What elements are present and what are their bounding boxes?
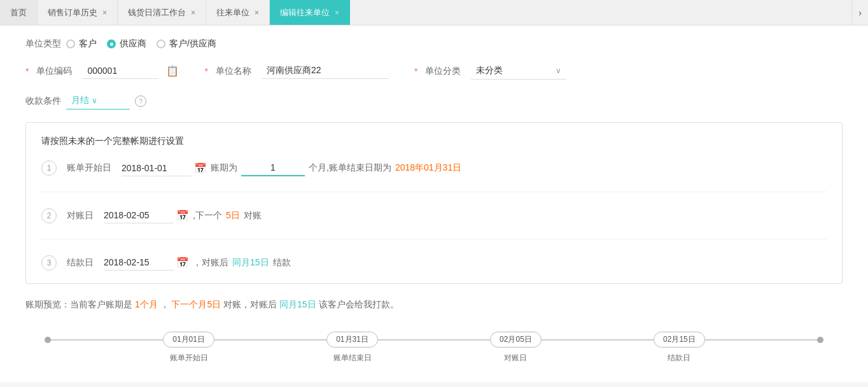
timeline-label-2: 账单结束日	[327, 353, 378, 363]
timeline-start-dot	[45, 337, 51, 343]
timeline-line-4	[542, 339, 654, 341]
timeline-badge-1: 01月01日	[163, 332, 214, 348]
unit-code-group: * 单位编码 📋	[25, 63, 179, 79]
period-label-2: 对账日	[67, 210, 94, 222]
timeline-line-2	[214, 339, 326, 341]
preview-text: 账期预览：当前客户账期是 1个月 ， 下一个月5日 对账，对账后 同月15日 该…	[25, 297, 843, 313]
unit-category-label: 单位分类	[425, 66, 461, 77]
radio-customer[interactable]: 客户	[66, 38, 97, 50]
unit-code-icon[interactable]: 📋	[166, 65, 179, 77]
unit-name-star: *	[204, 66, 207, 76]
radio-supplier-circle	[107, 39, 116, 48]
chevron-down-icon: ∨	[556, 66, 561, 75]
period-date-2[interactable]	[104, 208, 174, 223]
period-highlight-3: 同月15日	[232, 257, 269, 269]
period-row-2: 2 对账日 📅 ,下一个 5日 对账	[41, 208, 827, 239]
radio-both-label: 客户/供应商	[169, 38, 216, 50]
radio-customer-circle	[66, 39, 75, 48]
timeline-end-dot	[817, 337, 823, 343]
calendar-icon-1[interactable]: 📅	[194, 162, 207, 174]
radio-both-circle	[157, 39, 165, 48]
period-date-3[interactable]	[104, 255, 174, 271]
chevron-right-icon: ›	[858, 8, 862, 18]
preview-sep1: ，	[160, 299, 169, 309]
timeline-line-5	[705, 339, 817, 341]
unit-category-group: * 单位分类 未分类 ∨	[414, 62, 566, 80]
tab-sales-history[interactable]: 销售订单历史 ×	[38, 0, 118, 25]
period-label-1: 账单开始日	[67, 162, 111, 174]
unit-info-row: * 单位编码 📋 * 单位名称 * 单位分类 未分类 ∨	[25, 62, 843, 80]
timeline-badge-1-wrap: 01月01日	[163, 332, 214, 348]
timeline: 01月01日 01月31日 02月05日 02月15日	[25, 325, 843, 370]
preview-sep2: 对账，对账后	[223, 299, 277, 309]
unit-code-label: 单位编码	[36, 66, 72, 77]
preview-part1: 1个月	[135, 299, 158, 309]
timeline-badge-4: 02月15日	[654, 332, 705, 348]
unit-category-value: 未分类	[476, 65, 556, 76]
help-icon[interactable]: ?	[135, 95, 146, 107]
unit-type-label: 单位类型	[25, 38, 61, 50]
unit-code-star: *	[25, 66, 29, 76]
tab-edit-partner-close[interactable]: ×	[335, 8, 339, 17]
preview-prefix: 账期预览：当前客户账期是	[25, 299, 132, 309]
period-row-1: 1 账单开始日 📅 账期为 个月,账单结束日期为 2018年01月31日	[41, 160, 827, 192]
radio-both[interactable]: 客户/供应商	[157, 38, 216, 50]
period-row-3: 3 结款日 📅 ，对账后 同月15日 结款	[41, 255, 827, 271]
period-for-label: 账期为	[211, 162, 237, 174]
unit-category-star: *	[414, 66, 417, 76]
calendar-icon-2[interactable]: 📅	[176, 209, 189, 222]
unit-name-input[interactable]	[262, 63, 389, 79]
unit-code-input[interactable]	[82, 63, 158, 79]
radio-supplier-label: 供应商	[120, 38, 146, 50]
period-end-date: 2018年01月31日	[395, 162, 461, 174]
timeline-badge-4-wrap: 02月15日	[654, 332, 705, 348]
timeline-label-4: 结款日	[654, 353, 704, 363]
timeline-badge-3-wrap: 02月05日	[490, 332, 542, 348]
period-month-suffix: 个月,账单结束日期为	[309, 162, 391, 174]
period-date-1[interactable]	[122, 160, 192, 176]
tab-partner-units-close[interactable]: ×	[255, 8, 259, 17]
chevron-down-icon-payment: ∨	[92, 96, 97, 105]
period-suffix-2a: ,下一个	[193, 210, 222, 222]
period-suffix-3a: ，对账后	[193, 257, 228, 269]
timeline-labels: 账单开始日 账单结束日 对账日 结款日	[45, 353, 823, 363]
unit-category-select[interactable]: 未分类 ∨	[471, 62, 566, 80]
unit-type-row: 单位类型 客户 供应商 客户/供应商	[25, 38, 843, 50]
payment-dropdown[interactable]: 月结 ∨	[66, 92, 130, 109]
timeline-line-3	[378, 339, 490, 341]
unit-type-radio-group: 客户 供应商 客户/供应商	[66, 38, 216, 50]
period-months-input[interactable]	[241, 160, 305, 176]
period-instruction: 请按照未来的一个完整帐期进行设置	[41, 136, 827, 147]
timeline-label-1: 账单开始日	[164, 353, 214, 363]
unit-name-label: 单位名称	[216, 66, 251, 77]
period-num-1: 1	[41, 160, 57, 176]
timeline-line-1	[51, 339, 163, 341]
unit-name-group: * 单位名称	[204, 63, 388, 79]
timeline-badge-3: 02月05日	[490, 332, 542, 348]
preview-suffix: 该客户会给我打款。	[319, 299, 399, 309]
main-content: 单位类型 客户 供应商 客户/供应商 * 单位编码 📋 * 单位名称	[0, 25, 868, 383]
tab-edit-partner[interactable]: 编辑往来单位 ×	[270, 0, 350, 25]
period-suffix-3b: 结款	[273, 257, 291, 269]
payment-value: 月结	[71, 95, 89, 106]
tab-sales-history-close[interactable]: ×	[102, 8, 107, 17]
period-highlight-2: 5日	[226, 210, 240, 222]
period-suffix-2b: 对账	[244, 210, 262, 222]
payment-row: 收款条件 月结 ∨ ?	[25, 92, 843, 109]
tab-bar: 首页 销售订单历史 × 钱货日清工作台 × 往来单位 × 编辑往来单位 × ›	[0, 0, 868, 25]
tab-home[interactable]: 首页	[0, 0, 38, 25]
tab-expand-button[interactable]: ›	[851, 0, 868, 25]
timeline-badge-2: 01月31日	[326, 332, 378, 348]
preview-part3: 同月15日	[279, 299, 316, 309]
preview-part2: 下一个月5日	[171, 299, 221, 309]
period-num-2: 2	[41, 208, 57, 223]
tab-cash-workbench[interactable]: 钱货日清工作台 ×	[118, 0, 206, 25]
calendar-icon-3[interactable]: 📅	[176, 257, 189, 269]
radio-supplier[interactable]: 供应商	[107, 38, 146, 50]
tab-cash-workbench-close[interactable]: ×	[191, 8, 195, 17]
timeline-badge-2-wrap: 01月31日	[326, 332, 378, 348]
payment-label: 收款条件	[25, 95, 61, 107]
tab-partner-units[interactable]: 往来单位 ×	[206, 0, 270, 25]
period-label-3: 结款日	[67, 257, 94, 269]
period-box: 请按照未来的一个完整帐期进行设置 1 账单开始日 📅 账期为 个月,账单结束日期…	[25, 122, 843, 284]
